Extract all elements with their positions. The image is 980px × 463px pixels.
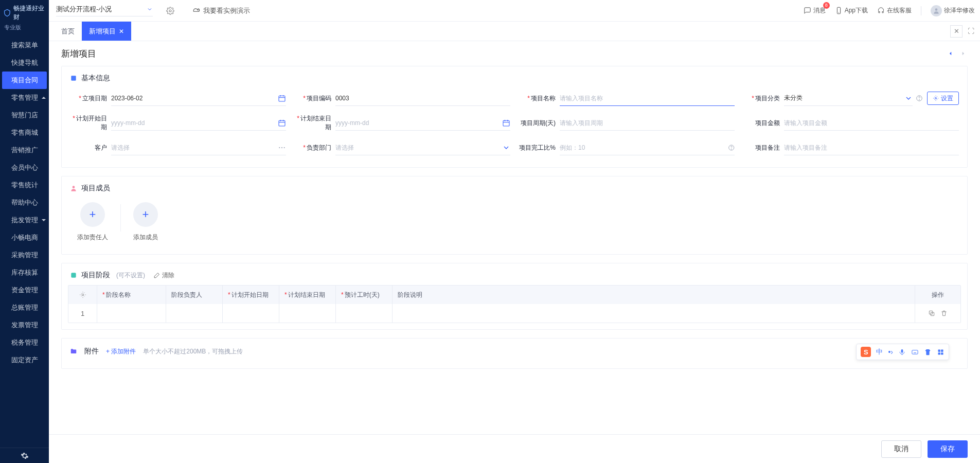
sidebar-item-tax[interactable]: 税务管理 [0, 334, 49, 351]
cloud-icon [192, 7, 200, 15]
svg-rect-16 [503, 120, 509, 126]
help-icon[interactable] [916, 95, 923, 102]
topbar-service[interactable]: 在线客服 [877, 6, 912, 15]
content-scroll[interactable]: 基本信息 立项日期 项目编码 [49, 66, 980, 434]
sidebar-item-fixed-assets[interactable]: 固定资产 [0, 351, 49, 369]
stage-row-desc[interactable] [393, 304, 915, 323]
ime-punct-icon[interactable]: •› [888, 348, 893, 356]
ime-lang[interactable]: 中 [876, 347, 883, 357]
save-button[interactable]: 保存 [928, 440, 968, 458]
period-input[interactable] [560, 119, 735, 127]
caret-right-icon [960, 51, 966, 56]
close-icon[interactable]: ✕ [119, 28, 124, 35]
more-icon[interactable] [278, 144, 286, 152]
cancel-button[interactable]: 取消 [881, 440, 921, 458]
sidebar-item-funds[interactable]: 资金管理 [0, 281, 49, 299]
sidebar-item-invoice[interactable]: 发票管理 [0, 316, 49, 334]
tab-expand-button[interactable]: ⛶ [965, 25, 977, 38]
ime-toolbar[interactable]: S 中 •› [856, 344, 949, 360]
label-setup-date: 立项日期 [70, 94, 111, 103]
add-member-button[interactable]: + [133, 202, 158, 227]
sidebar-item-search-menu[interactable]: 搜索菜单 [0, 37, 49, 54]
chevron-down-icon[interactable] [502, 144, 510, 152]
skin-icon[interactable] [924, 348, 932, 356]
brand-icon [3, 8, 11, 17]
context-name: 测试分开流程-小况 [56, 5, 144, 14]
stages-clear-button[interactable]: 清除 [153, 271, 174, 280]
category-input[interactable] [784, 95, 904, 102]
plan-end-input[interactable] [335, 119, 502, 127]
user-icon [933, 7, 940, 14]
sidebar-item-ecommerce[interactable]: 小畅电商 [0, 229, 49, 246]
keyboard-icon[interactable] [911, 348, 919, 356]
calendar-icon[interactable] [502, 119, 510, 127]
tab-close-panel-button[interactable]: ✕ [950, 25, 963, 38]
svg-rect-39 [941, 352, 943, 354]
stage-col-gear[interactable] [68, 286, 97, 304]
customer-input[interactable] [111, 144, 278, 151]
dept-input[interactable] [335, 144, 502, 151]
remark-input[interactable] [784, 144, 959, 151]
sidebar-item-marketing[interactable]: 营销推广 [0, 141, 49, 159]
svg-rect-31 [912, 350, 918, 354]
topbar-user[interactable]: 徐泽华修改 [931, 5, 975, 16]
topbar-messages[interactable]: 消息 8 [804, 6, 826, 15]
sidebar-item-inventory[interactable]: 库存核算 [0, 264, 49, 281]
stages-clear-label: 清除 [162, 271, 174, 280]
sidebar-item-project-contract[interactable]: 项目合同 [2, 72, 47, 89]
category-settings-button[interactable]: 设置 [927, 92, 959, 105]
page-prev-button[interactable] [946, 49, 955, 58]
tab-home[interactable]: 首页 [54, 22, 82, 41]
sidebar-item-smart-store[interactable]: 智慧门店 [0, 106, 49, 124]
stage-row-ops[interactable] [915, 304, 960, 323]
calendar-icon[interactable] [278, 119, 286, 127]
label-completion: 项目完工比% [519, 144, 560, 152]
stage-row-start[interactable] [223, 304, 279, 323]
svg-point-10 [919, 99, 920, 100]
tab-new-project[interactable]: 新增项目 ✕ [82, 22, 131, 41]
sidebar-item-help-center[interactable]: 帮助中心 [0, 194, 49, 211]
stage-row-name[interactable] [97, 304, 166, 323]
topbar: 测试分开流程-小况 我要看实例演示 消息 8 App下载 [49, 0, 980, 22]
stage-table-row[interactable]: 1 [68, 304, 960, 323]
chevron-down-icon[interactable] [904, 94, 913, 102]
stage-row-owner[interactable] [166, 304, 223, 323]
sidebar-item-purchase[interactable]: 采购管理 [0, 246, 49, 264]
avatar [931, 5, 942, 16]
help-icon[interactable] [728, 144, 735, 151]
plan-start-input[interactable] [111, 119, 278, 127]
name-input[interactable] [560, 95, 735, 102]
toolbox-icon[interactable] [937, 348, 945, 356]
amount-input[interactable] [784, 119, 959, 127]
context-switcher[interactable]: 测试分开流程-小况 [56, 5, 153, 16]
svg-rect-1 [837, 7, 840, 14]
mic-icon[interactable] [898, 348, 906, 356]
calendar-icon[interactable] [278, 94, 286, 102]
sidebar-item-member-center[interactable]: 会员中心 [0, 159, 49, 176]
completion-input[interactable] [560, 144, 728, 151]
sidebar-item-ledger[interactable]: 总账管理 [0, 299, 49, 316]
sidebar-item-retail-mall[interactable]: 零售商城 [0, 124, 49, 141]
add-owner-button[interactable]: + [80, 202, 105, 227]
sidebar-item-wholesale[interactable]: 批发管理 [0, 211, 49, 229]
stage-row-hours[interactable] [336, 304, 393, 323]
sidebar-settings[interactable] [0, 448, 49, 463]
topbar-app-download[interactable]: App下载 [835, 6, 868, 15]
stage-table: 阶段名称 阶段负责人 计划开始日期 计划结束日期 预计工时(天) 阶段说明 操作… [68, 285, 961, 323]
setup-date-input[interactable] [111, 95, 278, 102]
sidebar-item-retail-manage[interactable]: 零售管理 [0, 89, 49, 106]
sidebar-item-retail-stats[interactable]: 零售统计 [0, 176, 49, 194]
page-next-button[interactable] [958, 49, 968, 58]
add-member-card: + 添加成员 [133, 202, 158, 242]
context-settings-icon[interactable] [166, 7, 174, 15]
svg-rect-5 [279, 96, 285, 101]
message-icon [804, 7, 811, 14]
code-input[interactable] [335, 95, 510, 102]
add-attachment-button[interactable]: + 添加附件 [106, 347, 136, 356]
copy-icon[interactable] [928, 310, 935, 317]
stage-col-start: 计划开始日期 [223, 286, 279, 304]
stage-row-end[interactable] [279, 304, 336, 323]
sidebar-item-quick-nav[interactable]: 快捷导航 [0, 54, 49, 72]
demo-link[interactable]: 我要看实例演示 [192, 6, 250, 15]
delete-icon[interactable] [940, 310, 948, 317]
